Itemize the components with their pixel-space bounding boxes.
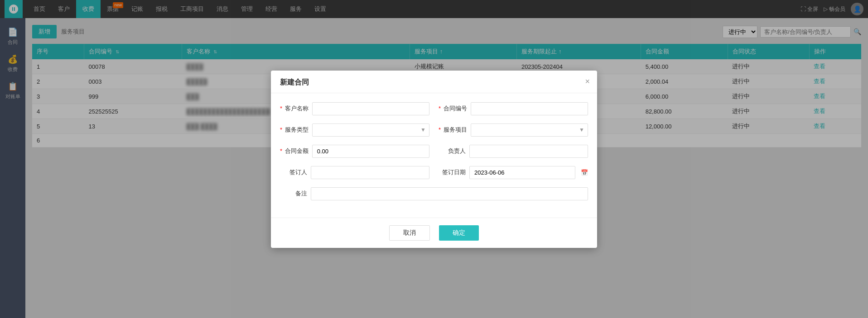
signer-input[interactable] <box>311 166 429 179</box>
service-type-label: * 服务类型 <box>280 126 309 134</box>
form-row-3: * 合同金额 负责人 <box>280 145 588 158</box>
modal-footer: 取消 确定 <box>271 218 597 248</box>
required-star-1: * <box>280 105 282 112</box>
form-row-2: * 服务类型 ▼ * 服务项目 <box>280 123 588 137</box>
required-star-2: * <box>439 105 441 112</box>
service-type-select[interactable] <box>312 123 429 137</box>
service-item-select[interactable] <box>471 123 588 137</box>
form-group-service-type: * 服务类型 ▼ <box>280 123 429 137</box>
form-row-4: 签订人 签订日期 📅 <box>280 166 588 179</box>
confirm-button[interactable]: 确定 <box>439 225 479 241</box>
signer-label: 签订人 <box>280 168 307 176</box>
service-type-select-wrap: ▼ <box>312 123 429 137</box>
form-row-1: * 客户名称 * 合同编号 <box>280 102 588 115</box>
form-group-sign-date: 签订日期 📅 <box>439 166 588 179</box>
form-group-responsible: 负责人 <box>439 145 588 158</box>
new-contract-modal: 新建合同 × * 客户名称 * 合同编号 <box>271 71 597 248</box>
form-group-service-item: * 服务项目 ▼ <box>439 123 588 137</box>
sign-date-input[interactable] <box>469 166 575 179</box>
sign-date-label: 签订日期 <box>439 168 466 176</box>
calendar-icon[interactable]: 📅 <box>581 169 588 176</box>
modal-header: 新建合同 × <box>271 71 597 93</box>
service-item-label: * 服务项目 <box>439 126 467 134</box>
form-group-customer: * 客户名称 <box>280 102 429 115</box>
required-star-5: * <box>280 147 282 154</box>
form-row-5: 备注 <box>280 187 588 200</box>
customer-name-input[interactable] <box>312 102 429 115</box>
responsible-label: 负责人 <box>439 147 466 155</box>
remark-label: 备注 <box>280 190 307 198</box>
required-star-3: * <box>280 126 282 133</box>
form-group-signer: 签订人 <box>280 166 429 179</box>
customer-name-label: * 客户名称 <box>280 104 309 113</box>
modal-title: 新建合同 <box>280 78 309 86</box>
contract-no-input[interactable] <box>471 102 588 115</box>
cancel-button[interactable]: 取消 <box>389 225 430 241</box>
amount-input[interactable] <box>312 145 429 158</box>
modal-body: * 客户名称 * 合同编号 * <box>271 93 597 218</box>
modal-overlay: 新建合同 × * 客户名称 * 合同编号 <box>0 0 868 318</box>
form-group-amount: * 合同金额 <box>280 145 429 158</box>
contract-no-label: * 合同编号 <box>439 104 467 113</box>
required-star-4: * <box>439 126 441 133</box>
form-group-contract-no: * 合同编号 <box>439 102 588 115</box>
amount-label: * 合同金额 <box>280 147 309 155</box>
service-item-select-wrap: ▼ <box>471 123 588 137</box>
responsible-input[interactable] <box>469 145 588 158</box>
remark-input[interactable] <box>311 187 588 200</box>
modal-close-button[interactable]: × <box>585 77 590 86</box>
form-group-remark: 备注 <box>280 187 588 200</box>
